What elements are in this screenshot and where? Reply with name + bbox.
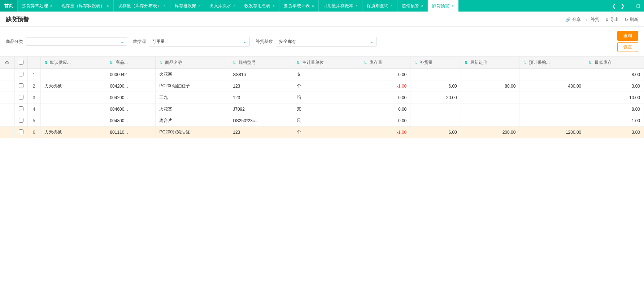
export-action[interactable]: ⇓ 导出: [605, 17, 619, 23]
nav-item-3[interactable]: 现存量（库存分布表） ×: [114, 0, 170, 12]
row-min-stock-4: 1.00: [585, 115, 644, 127]
row-stock-2: 0.00: [360, 92, 410, 103]
nav-close-6[interactable]: ×: [273, 4, 275, 8]
col-replenish-header[interactable]: ⇅ 补货量: [410, 57, 461, 69]
row-index-4: 5: [27, 115, 40, 127]
nav-item-1[interactable]: 拣货异常处理 ×: [18, 0, 57, 12]
nav-item-home[interactable]: 首页: [0, 0, 18, 12]
settings-gear-icon[interactable]: ⚙: [5, 60, 9, 66]
row-unit-5: 个: [293, 127, 360, 138]
nav-close-8[interactable]: ×: [356, 4, 358, 8]
row-product-code-2: 004200...: [106, 92, 156, 103]
nav-close-4[interactable]: ×: [199, 4, 201, 8]
row-latest-price-3: [461, 103, 519, 115]
category-chevron-icon: ⌄: [120, 39, 124, 44]
row-checkbox-cell: [14, 92, 27, 103]
col-latest-price-header[interactable]: ⇅ 最新进价: [461, 57, 519, 69]
nav-close-5[interactable]: ×: [233, 4, 235, 8]
replenish-basis-select[interactable]: 安全库存 ⌄: [276, 37, 377, 47]
nav-item-5[interactable]: 出入库流水 ×: [205, 0, 240, 12]
row-checkbox-1[interactable]: [19, 83, 23, 88]
nav-close-7[interactable]: ×: [312, 4, 314, 8]
settings-button[interactable]: 设置: [617, 42, 638, 52]
refresh-action[interactable]: ↻ 刷新: [625, 17, 638, 23]
nav-close-10[interactable]: ×: [421, 4, 423, 8]
row-checkbox-0[interactable]: [19, 72, 23, 76]
replenish-action[interactable]: □ 补货: [587, 17, 599, 23]
row-product-name-3: 火花塞: [156, 103, 229, 115]
data-table: ⚙ ⇅ 默认供应... ⇅ 商品... ⇅: [0, 57, 644, 138]
row-min-stock-5: 3.00: [585, 127, 644, 138]
row-min-stock-2: 10.00: [585, 92, 644, 103]
row-unit-1: 个: [293, 80, 360, 92]
row-replenish-1: 6.00: [410, 80, 461, 92]
datasource-filter-group: 数据源 可用量 ⌄: [133, 37, 250, 47]
row-checkbox-4[interactable]: [19, 118, 23, 123]
row-product-name-1: PC200油缸缸子: [156, 80, 229, 92]
select-all-checkbox[interactable]: [19, 60, 23, 65]
nav-label-1: 拣货异常处理: [22, 3, 48, 9]
col-supplier-header[interactable]: ⇅ 默认供应...: [40, 57, 106, 69]
nav-close-1[interactable]: ×: [50, 4, 52, 8]
share-action[interactable]: 🔗 分享: [565, 17, 581, 23]
nav-item-8[interactable]: 可用量库存账本 ×: [319, 0, 362, 12]
row-product-code-4: 004800...: [106, 115, 156, 127]
nav-item-7[interactable]: 要货单统计表 ×: [279, 0, 319, 12]
col-product-code-header[interactable]: ⇅ 商品...: [106, 57, 156, 69]
row-supplier-4: [40, 115, 106, 127]
nav-expand-button[interactable]: □: [635, 2, 641, 9]
query-button[interactable]: 查询: [617, 31, 638, 41]
row-unit-4: 只: [293, 115, 360, 127]
row-spec-5: 123: [229, 127, 293, 138]
row-checkbox-5[interactable]: [19, 129, 23, 134]
col-min-stock-header[interactable]: ⇅ 最低库存: [585, 57, 644, 69]
row-latest-price-2: [461, 92, 519, 103]
col-settings: ⚙: [0, 57, 14, 69]
row-spec-3: J7092: [229, 103, 293, 115]
row-estimated-purchase-3: [519, 103, 585, 115]
share-label: 分享: [572, 17, 581, 23]
row-settings-cell: [0, 92, 14, 103]
row-checkbox-cell: [14, 127, 27, 138]
nav-minimize-button[interactable]: −: [628, 2, 634, 9]
row-estimated-purchase-1: 480.00: [519, 80, 585, 92]
sort-supplier-icon: ⇅: [44, 61, 47, 65]
col-spec-header[interactable]: ⇅ 规格型号: [229, 57, 293, 69]
nav-item-11[interactable]: 缺货预警 ×: [428, 0, 458, 12]
nav-close-11[interactable]: ×: [452, 4, 454, 8]
row-product-code-5: 801110...: [106, 127, 156, 138]
row-settings-cell: [0, 103, 14, 115]
nav-item-6[interactable]: 收发存汇总表 ×: [240, 0, 279, 12]
nav-item-4[interactable]: 库存批次账 ×: [170, 0, 205, 12]
nav-next-button[interactable]: ❯: [619, 2, 626, 9]
row-spec-0: SS816: [229, 69, 293, 80]
nav-close-3[interactable]: ×: [164, 4, 166, 8]
row-checkbox-2[interactable]: [19, 95, 23, 100]
nav-prev-button[interactable]: ❮: [610, 2, 618, 9]
row-min-stock-0: 8.00: [585, 69, 644, 80]
nav-label-2: 现存量（库存状况表）: [61, 3, 105, 9]
category-select[interactable]: ⌄: [26, 37, 127, 46]
col-unit-header[interactable]: ⇅ 主计量单位: [293, 57, 360, 69]
replenish-basis-filter-group: 补货基数 安全库存 ⌄: [256, 37, 377, 47]
nav-close-2[interactable]: ×: [107, 4, 109, 8]
row-supplier-3: [40, 103, 106, 115]
row-checkbox-3[interactable]: [19, 106, 23, 111]
row-product-code-1: 004200...: [106, 80, 156, 92]
table-row: 6 力天机械 801110... PC200张紧油缸 123 个 -1.00 6…: [0, 127, 644, 138]
col-product-name-header[interactable]: ⇅ 商品名称: [156, 57, 229, 69]
col-estimated-purchase-header[interactable]: ⇅ 预计采购...: [519, 57, 585, 69]
table-row: 5 004800... 离合片 DS250*23c... 只 0.00 1.00: [0, 115, 644, 127]
datasource-select[interactable]: 可用量 ⌄: [149, 37, 250, 47]
nav-close-9[interactable]: ×: [391, 4, 393, 8]
page-header: 缺货预警 🔗 分享 □ 补货 ⇓ 导出 ↻ 刷新: [0, 12, 644, 27]
replenish-basis-value: 安全库存: [279, 39, 296, 45]
row-checkbox-cell: [14, 103, 27, 115]
col-stock-header[interactable]: ⇅ 库存量: [360, 57, 410, 69]
nav-item-9[interactable]: 保质期查询 ×: [362, 0, 397, 12]
nav-item-10[interactable]: 超储预警 ×: [397, 0, 428, 12]
table-container: ⚙ ⇅ 默认供应... ⇅ 商品... ⇅: [0, 57, 644, 138]
table-body: 1 0000042 火花塞 SS816 支 0.00 8.00 2 力天机械 0…: [0, 69, 644, 138]
table-header-row: ⚙ ⇅ 默认供应... ⇅ 商品... ⇅: [0, 57, 644, 69]
nav-item-2[interactable]: 现存量（库存状况表） ×: [57, 0, 114, 12]
